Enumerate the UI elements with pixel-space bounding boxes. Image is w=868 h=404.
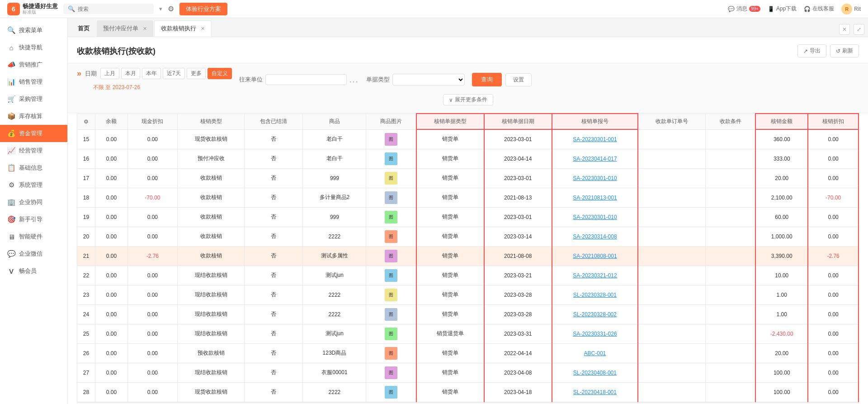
- app-download-label: App下载: [776, 5, 797, 13]
- col-verify-discount-header: 核销折扣: [808, 114, 859, 129]
- cell-cash-discount: 0.00: [127, 207, 177, 227]
- cell-include-settled: 否: [245, 149, 303, 168]
- search-icon: 🔍: [7, 26, 15, 34]
- sidebar-item-marketing[interactable]: 📣 营销推广: [0, 56, 67, 73]
- tab-collection[interactable]: 收款核销执行 ✕: [154, 20, 212, 37]
- bill-type-label: 单据类型: [366, 76, 390, 84]
- sidebar-item-quick-nav[interactable]: ⌂ 快捷导航: [0, 39, 67, 56]
- sidebar-item-hardware[interactable]: 🖥 智能硬件: [0, 228, 67, 245]
- date-btn-this-year[interactable]: 本年: [142, 68, 161, 79]
- date-btn-custom[interactable]: 自定义: [208, 68, 232, 79]
- tab-bar: 首页 预付冲应付单 ✕ 收款核销执行 ✕ ✕ ⤢: [68, 18, 868, 37]
- cell-cash-discount: 0.00: [127, 266, 177, 285]
- sidebar-label-company: 企业协同: [19, 198, 42, 206]
- export-icon: ↗: [803, 48, 808, 54]
- cell-receipt-condition: [705, 266, 755, 285]
- tab-collection-label: 收款核销执行: [161, 24, 196, 33]
- cell-bill-no[interactable]: SA-20230301-001: [552, 129, 638, 149]
- counterpart-input[interactable]: [265, 74, 347, 85]
- settings-icon[interactable]: ⚙: [168, 5, 174, 13]
- cell-balance: 0.00: [95, 246, 128, 266]
- cell-bill-date: 2023-03-28: [484, 285, 552, 304]
- message-area[interactable]: 💬 消息 99+: [728, 5, 760, 13]
- cell-bill-no[interactable]: ABC-001: [552, 343, 638, 363]
- cell-balance: 0.00: [95, 363, 128, 382]
- cell-bill-no[interactable]: SA-20230414-017: [552, 149, 638, 168]
- cell-verify-amount: 333.00: [755, 149, 808, 168]
- cell-verify-type: 收款核销: [177, 207, 244, 227]
- message-badge: 99+: [749, 6, 760, 12]
- hardware-icon: 🖥: [7, 233, 15, 241]
- tab-close-btn[interactable]: ✕: [839, 24, 850, 35]
- app-download-area[interactable]: 📱 App下载: [768, 5, 797, 13]
- settings-button[interactable]: 设置: [505, 73, 532, 86]
- date-btn-more[interactable]: 更多: [187, 68, 206, 79]
- filter-collapse-btn[interactable]: »: [77, 69, 81, 78]
- sidebar-item-business[interactable]: 📈 经营管理: [0, 142, 67, 159]
- sidebar-item-guide[interactable]: 🎯 新手引导: [0, 211, 67, 228]
- tab-home[interactable]: 首页: [71, 20, 96, 37]
- search-input[interactable]: [78, 6, 141, 12]
- sidebar-label-hardware: 智能硬件: [19, 233, 42, 241]
- top-bar-left: 6 畅捷通好生意 标准版 🔍 ▾ ⚙ 体验行业方案: [7, 3, 227, 15]
- cell-id: 21: [77, 246, 95, 266]
- query-button[interactable]: 查询: [472, 73, 502, 86]
- sidebar-item-basic[interactable]: 📋 基础信息: [0, 159, 67, 176]
- cell-balance: 0.00: [95, 129, 128, 149]
- user-area[interactable]: R Rit: [841, 4, 861, 14]
- sidebar-item-member[interactable]: V 畅会员: [0, 262, 67, 280]
- cell-bill-no[interactable]: SA-20210808-001: [552, 246, 638, 266]
- cell-bill-no[interactable]: SL-20230328-002: [552, 304, 638, 324]
- app-edition: 标准版: [23, 10, 58, 15]
- cell-bill-no[interactable]: SA-20230314-008: [552, 227, 638, 246]
- top-bar-right: 💬 消息 99+ 📱 App下载 🎧 在线客服 R Rit: [728, 4, 861, 14]
- cell-balance: 0.00: [95, 168, 128, 188]
- date-btn-7days[interactable]: 近7天: [163, 68, 185, 79]
- cell-goods-image: 图: [366, 168, 416, 188]
- sidebar-item-sales[interactable]: 📊 销售管理: [0, 73, 67, 90]
- tab-collection-close[interactable]: ✕: [201, 26, 205, 32]
- cell-receipt-order: [638, 382, 705, 402]
- cell-bill-no[interactable]: SA-20230301-010: [552, 168, 638, 188]
- sidebar-item-wechat[interactable]: 💬 企业微信: [0, 245, 67, 262]
- industry-button[interactable]: 体验行业方案: [179, 3, 227, 15]
- cell-verify-discount: -2.76: [808, 246, 859, 266]
- date-btn-last-month[interactable]: 上月: [100, 68, 119, 79]
- header-actions: ↗ 导出 ↺ 刷新: [797, 44, 859, 57]
- col-gear-header[interactable]: ⚙: [77, 114, 95, 129]
- sidebar-item-finance[interactable]: 💰 资金管理: [0, 125, 67, 142]
- cell-verify-discount: -70.00: [808, 188, 859, 207]
- tab-prepay[interactable]: 预付冲应付单 ✕: [97, 20, 153, 37]
- cell-bill-no[interactable]: SA-20230321-012: [552, 266, 638, 285]
- cell-bill-no[interactable]: SA-20230301-010: [552, 207, 638, 227]
- sidebar-label-purchase: 采购管理: [19, 95, 42, 103]
- cell-goods-image: 图: [366, 246, 416, 266]
- sidebar-item-company[interactable]: 🏢 企业协同: [0, 194, 67, 211]
- cell-bill-no[interactable]: SA-20210813-001: [552, 188, 638, 207]
- sidebar-item-inventory[interactable]: 📦 库存核算: [0, 108, 67, 125]
- date-btn-this-month[interactable]: 本月: [121, 68, 140, 79]
- online-service-area[interactable]: 🎧 在线客服: [804, 5, 834, 13]
- export-button[interactable]: ↗ 导出: [797, 44, 826, 57]
- cell-balance: 0.00: [95, 382, 128, 402]
- tab-expand-btn[interactable]: ⤢: [854, 24, 864, 35]
- cell-bill-no[interactable]: SL-20230408-001: [552, 363, 638, 382]
- sidebar-item-purchase[interactable]: 🛒 采购管理: [0, 90, 67, 108]
- cell-bill-no[interactable]: SL-20230418-001: [552, 382, 638, 402]
- sidebar-item-search[interactable]: 🔍 搜索菜单: [0, 22, 67, 39]
- cell-bill-date: 2023-03-01: [484, 168, 552, 188]
- expand-more-btn[interactable]: ∨ 展开更多条件: [443, 94, 493, 105]
- dropdown-icon[interactable]: ▾: [159, 5, 162, 12]
- refresh-button[interactable]: ↺ 刷新: [830, 44, 859, 57]
- search-box-top[interactable]: 🔍: [63, 4, 154, 14]
- table-row: 21 0.00 -2.76 收款核销 否 测试多属性 图 销货单 2021-08…: [77, 246, 859, 266]
- tab-prepay-close[interactable]: ✕: [143, 26, 147, 32]
- cell-bill-no[interactable]: SA-20230331-026: [552, 324, 638, 343]
- sidebar-item-system[interactable]: ⚙ 系统管理: [0, 176, 67, 194]
- cell-id: 25: [77, 324, 95, 343]
- cell-bill-no[interactable]: SL-20230328-001: [552, 285, 638, 304]
- col-cash-discount-header: 现金折扣: [127, 114, 177, 129]
- bill-type-select[interactable]: [392, 74, 465, 86]
- cell-balance: 0.00: [95, 324, 128, 343]
- cell-id: 18: [77, 188, 95, 207]
